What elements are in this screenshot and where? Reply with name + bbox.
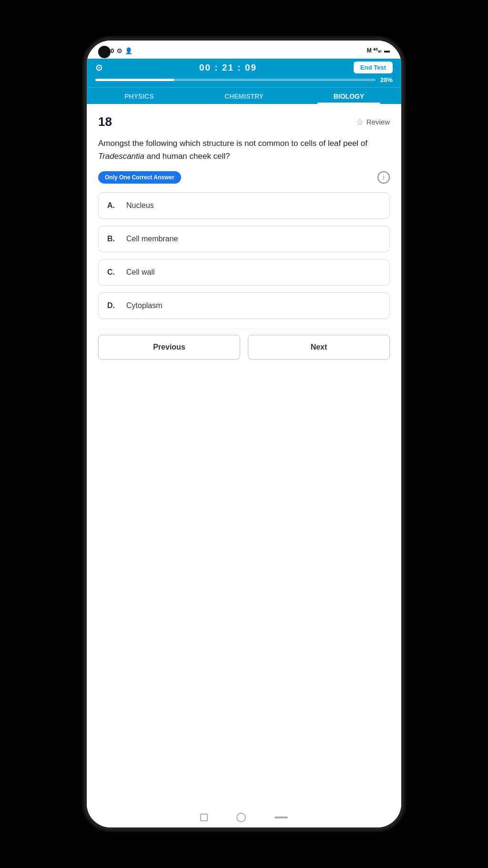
answer-badge-row: Only One Correct Answer i <box>98 171 390 184</box>
question-text: Amongst the following which structure is… <box>98 137 390 163</box>
question-text-part1: Amongst the following which structure is… <box>98 139 367 148</box>
option-c[interactable]: C. Cell wall <box>98 259 390 286</box>
review-label: Review <box>366 118 390 126</box>
clock-icon: ⊙ <box>117 47 122 54</box>
option-a-text: Nucleus <box>126 201 154 210</box>
tab-biology[interactable]: BIOLOGY <box>296 88 401 104</box>
options-list: A. Nucleus B. Cell membrane C. Cell wall… <box>98 192 390 319</box>
timer-display: 00 : 21 : 09 <box>199 62 257 73</box>
status-right: M ⁴⁵ₐₗ ▬ <box>367 47 390 54</box>
option-d-letter: D. <box>107 301 119 310</box>
option-b-letter: B. <box>107 235 119 243</box>
progress-bar-fill <box>95 79 174 81</box>
question-text-italic: Tradescantia <box>98 152 144 161</box>
next-button[interactable]: Next <box>248 335 390 360</box>
profile-icon: 👤 <box>125 47 132 54</box>
option-a[interactable]: A. Nucleus <box>98 192 390 219</box>
question-text-part2: and human cheek cell? <box>144 152 230 161</box>
option-c-text: Cell wall <box>126 268 155 277</box>
review-button[interactable]: ☆ Review <box>356 117 390 127</box>
option-b[interactable]: B. Cell membrane <box>98 226 390 252</box>
option-d[interactable]: D. Cytoplasm <box>98 292 390 319</box>
previous-button[interactable]: Previous <box>98 335 240 360</box>
android-nav-bar <box>87 807 401 827</box>
star-icon: ☆ <box>356 117 364 127</box>
progress-label: 28% <box>380 76 393 83</box>
option-b-text: Cell membrane <box>126 235 178 243</box>
camera-notch <box>98 46 111 58</box>
tab-physics[interactable]: PHYSICS <box>87 88 192 104</box>
home-button-icon[interactable] <box>236 813 246 822</box>
tab-bar: PHYSICS CHEMISTRY BIOLOGY <box>87 87 401 104</box>
recents-button-icon[interactable] <box>274 816 288 818</box>
option-a-letter: A. <box>107 201 119 210</box>
timer-icon: ⊙ <box>95 62 102 73</box>
tab-chemistry[interactable]: CHEMISTRY <box>192 88 296 104</box>
question-header: 18 ☆ Review <box>98 114 390 129</box>
progress-bar-track <box>95 79 376 81</box>
main-content: 18 ☆ Review Amongst the following which … <box>87 104 401 807</box>
end-test-button[interactable]: End Test <box>354 62 393 73</box>
option-c-letter: C. <box>107 268 119 277</box>
bottom-nav: Previous Next <box>98 329 390 363</box>
info-icon[interactable]: i <box>377 171 390 184</box>
question-number: 18 <box>98 114 112 129</box>
answer-type-badge: Only One Correct Answer <box>98 171 181 184</box>
progress-bar-container: 28% <box>87 76 401 87</box>
status-bar: 10:30 ⊙ 👤 M ⁴⁵ₐₗ ▬ <box>87 41 401 59</box>
battery-icon: ▬ <box>384 47 390 54</box>
signal-icon: M ⁴⁵ₐₗ <box>367 47 381 54</box>
timer-bar: ⊙ 00 : 21 : 09 End Test <box>87 59 401 76</box>
back-button-icon[interactable] <box>200 814 208 821</box>
option-d-text: Cytoplasm <box>126 301 163 310</box>
